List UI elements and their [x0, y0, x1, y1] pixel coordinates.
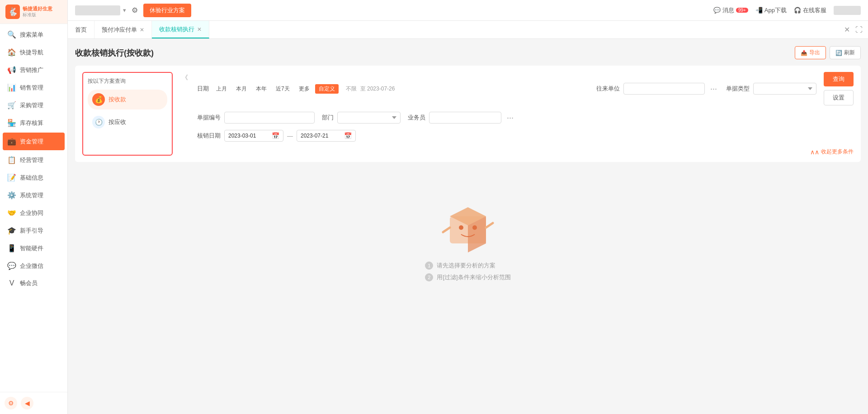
salesman-input[interactable] [429, 112, 501, 124]
marketing-icon: 📢 [7, 66, 16, 74]
sidebar-item-enterprise-wechat[interactable]: 💬 企业微信 [0, 257, 67, 275]
smart-hardware-icon: 📱 [7, 244, 16, 252]
date-no-limit-label: 不限 [346, 85, 357, 93]
enterprise-wechat-icon: 💬 [7, 262, 16, 270]
date-btn-custom[interactable]: 自定义 [315, 84, 339, 94]
sidebar-item-guide[interactable]: 🎓 新手引导 [0, 222, 67, 239]
app-edition: 标准版 [23, 12, 52, 18]
messages-action[interactable]: 💬 消息 99+ [713, 6, 748, 14]
sidebar-item-system[interactable]: ⚙️ 系统管理 [0, 186, 67, 204]
department-select[interactable] [337, 112, 401, 124]
sidebar-item-basic-info[interactable]: 📝 基础信息 [0, 169, 67, 186]
export-button[interactable]: 📤 导出 [795, 46, 826, 59]
online-service-label: 在线客服 [803, 6, 826, 14]
purchase-icon: 🛒 [7, 101, 16, 109]
date-limit-info: 不限 至 2023-07-26 [346, 85, 395, 93]
sidebar-settings-btn[interactable]: ⚙ [5, 397, 17, 409]
date-btn-more[interactable]: 更多 [295, 84, 313, 94]
verify-date-end-cal-icon[interactable]: 📅 [344, 132, 352, 139]
salesman-more-icon[interactable]: ··· [505, 113, 515, 123]
header-user[interactable] [834, 6, 861, 15]
tab-verify-close[interactable]: ✕ [197, 26, 202, 33]
tab-home[interactable]: 首页 [68, 21, 94, 38]
filter-option-receipt-label: 按收款 [108, 95, 126, 104]
shortcut-icon: 🏠 [7, 48, 16, 57]
date-quick-btns: 上月 本月 本年 近7天 更多 自定义 [212, 84, 339, 94]
sidebar-item-inventory[interactable]: 🏪 库存核算 [0, 114, 67, 132]
system-icon: ⚙️ [7, 191, 16, 200]
sidebar-logo: 🐇 畅捷通好生意 标准版 [0, 0, 67, 24]
filter-department-field: 部门 [322, 112, 401, 124]
tab-prepay[interactable]: 预付冲应付单 ✕ [94, 21, 152, 38]
header-dropdown-icon[interactable]: ▾ [123, 7, 126, 14]
sidebar-item-enterprise[interactable]: 🤝 企业协同 [0, 204, 67, 222]
date-label: 日期 [197, 85, 209, 93]
app-download-label: App下载 [764, 6, 787, 14]
verify-date-end-wrapper: 📅 [297, 130, 356, 142]
counterpart-more-icon[interactable]: ··· [708, 84, 719, 94]
empty-illustration [441, 198, 495, 252]
date-btn-this-year[interactable]: 本年 [252, 84, 270, 94]
collapse-chevron-icon: ∧∧ [810, 148, 819, 156]
sidebar-collapse-btn[interactable]: ◀ [21, 397, 33, 409]
svg-point-3 [459, 225, 463, 230]
operations-icon: 📋 [7, 156, 16, 164]
sidebar-item-sales[interactable]: 📊 销售管理 [0, 79, 67, 96]
receipt-icon: 💰 [92, 93, 105, 106]
svg-line-5 [443, 228, 450, 232]
tab-close-action[interactable]: ✕ [842, 24, 852, 36]
tip-num-2: 2 [425, 273, 433, 281]
verify-date-start-cal-icon[interactable]: 📅 [272, 132, 279, 139]
header-settings-icon[interactable]: ⚙ [132, 6, 138, 14]
app-download-action[interactable]: 📲 App下载 [755, 6, 787, 14]
tab-prepay-close[interactable]: ✕ [140, 27, 144, 33]
sidebar-item-member[interactable]: V 畅会员 [0, 275, 67, 292]
top-header: ▾ ⚙ 休验行业方案 💬 消息 99+ 📲 App下载 🎧 在线客服 [68, 0, 868, 21]
verify-date-end-input[interactable] [301, 133, 341, 139]
settings-button[interactable]: 设置 [824, 90, 854, 105]
filter-collapse-toggle[interactable]: 《 [178, 72, 192, 156]
query-button[interactable]: 查询 [824, 72, 854, 86]
online-service-action[interactable]: 🎧 在线客服 [794, 6, 826, 14]
filter-row-1: 日期 上月 本月 本年 近7天 更多 自定义 不限 至 2023-07-26 [197, 72, 854, 105]
tab-verify-label: 收款核销执行 [159, 25, 194, 33]
sidebar-item-search[interactable]: 🔍 搜索菜单 [0, 26, 67, 43]
refresh-icon: 🔄 [835, 50, 842, 56]
header-logo-area: ▾ [75, 5, 126, 15]
guide-icon: 🎓 [7, 226, 16, 235]
sidebar-item-marketing[interactable]: 📢 营销推广 [0, 61, 67, 79]
app-name: 畅捷通好生意 [23, 5, 52, 12]
sidebar-item-purchase[interactable]: 🛒 采购管理 [0, 96, 67, 114]
tab-expand-action[interactable]: ⛶ [854, 24, 864, 36]
doc-type-select[interactable] [753, 83, 816, 95]
export-icon: 📤 [801, 50, 807, 56]
verify-date-start-input[interactable] [228, 133, 269, 139]
date-btn-last-month[interactable]: 上月 [212, 84, 231, 94]
messages-label: 消息 [722, 6, 734, 14]
refresh-button[interactable]: 🔄 刷新 [830, 46, 861, 59]
collapse-more-btn[interactable]: ∧∧ 收起更多条件 [197, 148, 854, 156]
filter-option-by-receipt[interactable]: 💰 按收款 [88, 90, 167, 109]
doc-number-label: 单据编号 [197, 114, 221, 122]
industry-btn[interactable]: 休验行业方案 [143, 4, 191, 17]
tip-num-1: 1 [425, 262, 433, 270]
filter-date-field: 日期 上月 本月 本年 近7天 更多 自定义 [197, 84, 339, 94]
message-icon: 💬 [713, 7, 721, 14]
counterpart-input[interactable] [623, 83, 705, 95]
filter-option-by-receivable[interactable]: 🕐 按应收 [88, 112, 167, 132]
doc-number-input[interactable] [224, 112, 315, 124]
header-logo [75, 5, 120, 15]
filter-row-2: 单据编号 部门 业务员 ··· [197, 112, 854, 124]
sidebar-item-smart-hardware[interactable]: 📱 智能硬件 [0, 239, 67, 257]
tab-verify[interactable]: 收款核销执行 ✕ [152, 21, 209, 38]
empty-tip-2: 2 用[过滤]条件来缩小分析范围 [425, 273, 510, 281]
sidebar-item-shortcut[interactable]: 🏠 快捷导航 [0, 43, 67, 61]
date-btn-this-month[interactable]: 本月 [232, 84, 250, 94]
filter-action-buttons: 查询 设置 [824, 72, 854, 105]
sidebar-item-operations[interactable]: 📋 经营管理 [0, 151, 67, 169]
sidebar-item-finance[interactable]: 💼 资金管理 [3, 133, 65, 150]
date-btn-7days[interactable]: 近7天 [272, 84, 293, 94]
finance-icon: 💼 [7, 137, 16, 146]
empty-tip-1: 1 请先选择要分析的方案 [425, 262, 510, 270]
header-actions: 💬 消息 99+ 📲 App下载 🎧 在线客服 [713, 6, 861, 15]
